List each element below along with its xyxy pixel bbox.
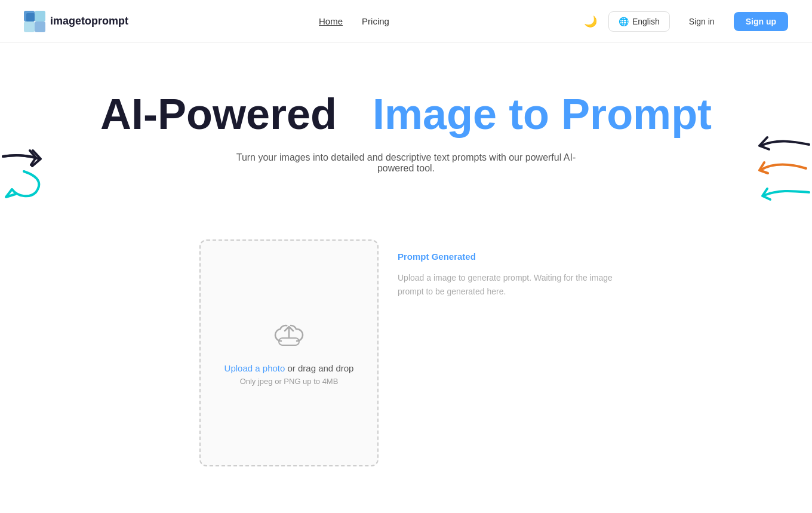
nav-home[interactable]: Home <box>319 16 343 26</box>
logo-area: imagetoprompt <box>24 11 128 32</box>
right-arrows-decoration <box>693 127 812 222</box>
sign-up-button[interactable]: Sign up <box>734 12 788 31</box>
language-label: English <box>632 17 660 26</box>
upload-text: Upload a photo or drag and drop <box>224 363 354 373</box>
svg-rect-3 <box>24 21 35 32</box>
navbar: imagetoprompt Home Pricing 🌙 🌐 English S… <box>0 0 812 43</box>
logo-text: imagetoprompt <box>50 15 128 27</box>
hero-subtitle: Turn your images into detailed and descr… <box>221 152 591 174</box>
prompt-placeholder: Upload a image to generate prompt. Waiti… <box>398 271 613 298</box>
upload-dropzone[interactable]: Upload a photo or drag and drop Only jpe… <box>199 239 379 466</box>
prompt-area: Prompt Generated Upload a image to gener… <box>398 239 613 466</box>
prompt-title: Prompt Generated <box>398 251 613 262</box>
hero-title-blue: Image to Prompt <box>373 90 712 138</box>
left-arrows-decoration <box>0 133 78 204</box>
upload-link[interactable]: Upload a photo <box>224 363 285 373</box>
hero-section: AI-Powered Image to Prompt Turn your ima… <box>0 43 812 239</box>
svg-rect-4 <box>35 21 45 32</box>
logo-icon <box>24 11 45 32</box>
dark-mode-button[interactable]: 🌙 <box>580 11 601 32</box>
language-button[interactable]: 🌐 English <box>608 11 670 32</box>
nav-actions: 🌙 🌐 English Sign in Sign up <box>580 11 788 32</box>
hero-title: AI-Powered Image to Prompt <box>24 91 788 138</box>
sign-in-button[interactable]: Sign in <box>677 12 727 31</box>
svg-rect-1 <box>26 13 35 21</box>
upload-hint: Only jpeg or PNG up to 4MB <box>240 377 339 386</box>
main-content: Upload a photo or drag and drop Only jpe… <box>78 239 734 490</box>
nav-links: Home Pricing <box>319 16 389 26</box>
svg-rect-5 <box>279 338 299 345</box>
hero-title-dark: AI-Powered <box>100 90 337 138</box>
globe-icon: 🌐 <box>619 17 629 26</box>
nav-pricing[interactable]: Pricing <box>362 16 389 26</box>
upload-cloud-icon <box>273 321 304 354</box>
svg-rect-2 <box>35 11 45 21</box>
upload-drag-text: or drag and drop <box>285 363 353 373</box>
